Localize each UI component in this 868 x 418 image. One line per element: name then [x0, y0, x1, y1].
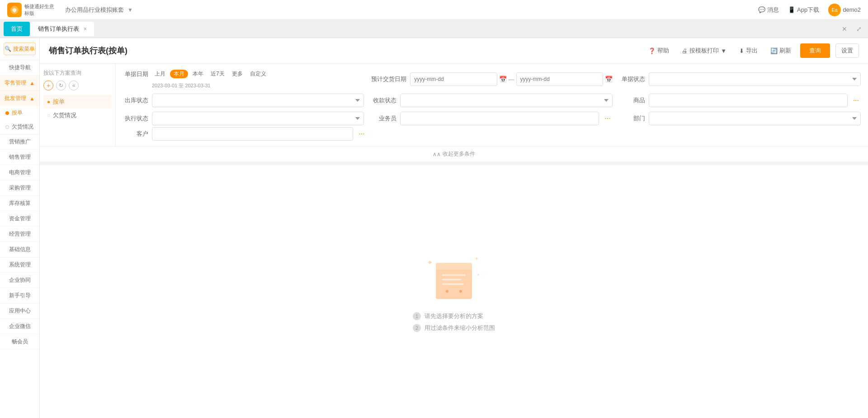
tab-expand-icon[interactable]: ⤢ [854, 24, 864, 34]
sidebar-item-app-center[interactable]: 应用中心 [0, 304, 39, 319]
help-button[interactable]: ❓ 帮助 [645, 45, 673, 57]
filter-exec-status-item: 执行状态 [123, 112, 364, 125]
calendar-icon-2[interactable]: 📅 [605, 76, 613, 83]
filter-dept-item: 部门 [620, 112, 861, 125]
sidebar-item-wholesale[interactable]: 批发管理 ▲ [0, 91, 39, 106]
sidebar-item-new-guide[interactable]: 新手引导 [0, 288, 39, 304]
tab-active[interactable]: 销售订单执行表 × [31, 22, 94, 36]
svg-text:✦: ✦ [476, 272, 480, 277]
sidebar-item-purchase[interactable]: 采购管理 [0, 180, 39, 196]
search-icon: 🔍 [5, 46, 11, 52]
settings-button[interactable]: 设置 [835, 43, 859, 58]
filter-payment-status-item: 收款状态 [371, 94, 612, 107]
tab-close-window-icon[interactable]: ✕ [839, 24, 850, 34]
scheme-item-backorder[interactable]: ○ 欠货情况 [43, 109, 112, 122]
sidebar-sub-item-order[interactable]: 按单 [0, 106, 39, 120]
filter-delivery-status-item: 出库状态 [123, 94, 364, 107]
tab-close-icon[interactable]: × [84, 26, 87, 32]
sidebar-item-enterprise-wechat[interactable]: 企业微信 [0, 319, 39, 334]
sidebar-item-retail[interactable]: 零售管理 ▲ [0, 76, 39, 90]
goods-label: 商品 [620, 96, 645, 104]
top-bar: 畅捷通好生意 标版 办公用品行业模拟账套 ▼ 💬 消息 📱 App下载 Ea d… [0, 0, 868, 20]
goods-more-icon[interactable]: ··· [851, 96, 861, 104]
sidebar-item-inventory[interactable]: 库存核算 [0, 196, 39, 211]
goods-input[interactable] [649, 94, 848, 107]
filter-goods-item: 商品 ··· [620, 94, 861, 107]
filter-salesperson-item: 业务员 ··· [371, 112, 612, 125]
scheme-item-order[interactable]: ● 按单 [43, 95, 112, 109]
add-scheme-button[interactable]: + [43, 81, 53, 90]
retail-arrow-icon: ▲ [29, 80, 35, 86]
filter-row-4: 客户 ··· [123, 127, 861, 141]
breadcrumb-arrow-icon[interactable]: ▼ [127, 7, 133, 13]
sidebar-item-basic-info[interactable]: 基础信息 [0, 242, 39, 257]
collapse-scheme-button[interactable]: « [69, 81, 79, 90]
filter-row-2: 出库状态 收款状态 商品 [123, 94, 861, 107]
page-actions: ❓ 帮助 🖨 按模板打印 ▼ ⬇ 导出 🔄 刷新 查询 设置 [645, 43, 859, 58]
refresh-button[interactable]: 🔄 刷新 [767, 45, 795, 57]
date-btn-this-month[interactable]: 本月 [170, 70, 188, 78]
filter-scheme-panel: 按以下方案查询 + ↻ « ● 按单 ○ 欠货情况 [40, 64, 116, 146]
svg-point-7 [459, 290, 462, 293]
date-separator: — [509, 76, 514, 83]
sidebar-item-enterprise-collab[interactable]: 企业协同 [0, 273, 39, 288]
sidebar-item-sales[interactable]: 销售管理 [0, 150, 39, 165]
svg-point-6 [446, 290, 448, 293]
date-btn-last-month[interactable]: 上月 [152, 69, 168, 79]
filter-scheme-actions: + ↻ « [43, 81, 112, 90]
tab-home[interactable]: 首页 [4, 22, 30, 36]
sidebar-item-quick-nav[interactable]: 快捷导航 [0, 60, 39, 76]
sidebar-search-button[interactable]: 🔍 搜索菜单 [4, 43, 36, 55]
date-btn-this-year[interactable]: 本年 [190, 69, 206, 79]
expected-date-to-input[interactable] [516, 72, 603, 86]
empty-tip-2: 2 用过滤条件来缩小分析范围 [413, 324, 495, 332]
sidebar-item-marketing[interactable]: 营销推广 [0, 134, 39, 150]
customer-more-icon[interactable]: ··· [357, 130, 366, 138]
exec-status-select[interactable] [152, 112, 364, 125]
filter-row-1: 单据日期 上月 本月 本年 近7天 更多 自定义 2023-03-01 至 20… [123, 69, 861, 89]
filter-doc-status-item: 单据状态 [620, 69, 861, 89]
collapse-bar[interactable]: ∧∧ 收起更多条件 [40, 146, 868, 162]
refresh-scheme-button[interactable]: ↻ [56, 81, 66, 90]
scheme-active-icon: ● [47, 99, 50, 105]
payment-status-select[interactable] [400, 94, 612, 107]
user-profile[interactable]: Ea demo2 [828, 4, 861, 16]
user-avatar: Ea [828, 4, 841, 16]
date-btn-more[interactable]: 更多 [229, 69, 245, 79]
calendar-icon-1[interactable]: 📅 [499, 76, 507, 83]
date-btn-custom[interactable]: 自定义 [247, 69, 269, 79]
svg-text:✦: ✦ [474, 256, 479, 262]
customer-input[interactable] [152, 127, 353, 141]
app-download-button[interactable]: 📱 App下载 [788, 6, 819, 14]
export-button[interactable]: ⬇ 导出 [736, 45, 761, 57]
print-button[interactable]: 🖨 按模板打印 ▼ [678, 45, 730, 57]
logo-area: 畅捷通好生意 标版 [7, 3, 54, 17]
sidebar-item-finance[interactable]: 资金管理 [0, 211, 39, 227]
filter-row-4-empty [374, 127, 861, 141]
tab-bar-right: ✕ ⤢ [839, 24, 864, 34]
download-icon: 📱 [788, 6, 795, 13]
sidebar-item-system[interactable]: 系统管理 [0, 257, 39, 273]
expected-date-from-input[interactable] [410, 72, 497, 86]
filter-scheme-title: 按以下方案查询 [43, 69, 112, 77]
sidebar-item-ecommerce[interactable]: 电商管理 [0, 165, 39, 180]
expected-date-label: 预计交货日期 [371, 75, 406, 83]
delivery-status-select[interactable] [152, 94, 364, 107]
sidebar-sub-item-backorder[interactable]: 欠货情况 [0, 120, 39, 134]
date-btn-7days[interactable]: 近7天 [208, 69, 227, 79]
dept-select[interactable] [649, 112, 861, 125]
payment-status-label: 收款状态 [371, 96, 396, 104]
query-button[interactable]: 查询 [800, 43, 830, 58]
sidebar-item-member[interactable]: 畅会员 [0, 334, 39, 350]
svg-rect-2 [436, 263, 472, 271]
empty-tip-1: 1 请先选择要分析的方案 [413, 312, 495, 320]
salesperson-input[interactable] [400, 112, 599, 125]
exec-status-label: 执行状态 [123, 114, 148, 123]
sidebar-item-operation[interactable]: 经营管理 [0, 227, 39, 242]
doc-status-select[interactable] [649, 72, 861, 86]
empty-svg-illustration: ✦ ✦ ✦ [422, 252, 486, 301]
salesperson-more-icon[interactable]: ··· [603, 114, 612, 123]
customer-label: 客户 [123, 130, 148, 138]
sidebar-group-wholesale: 批发管理 ▲ 按单 欠货情况 [0, 91, 39, 134]
message-button[interactable]: 💬 消息 [758, 6, 779, 14]
